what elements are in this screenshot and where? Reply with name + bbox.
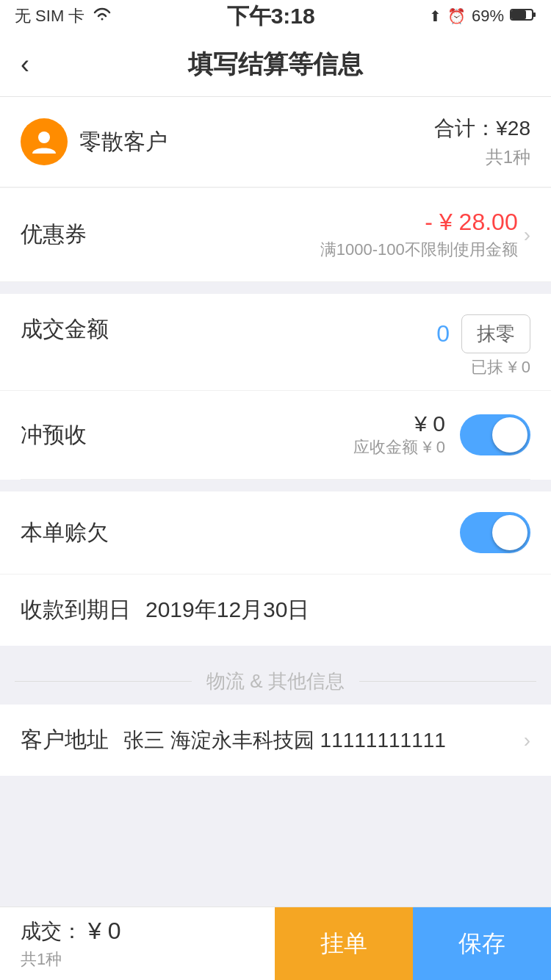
- bottom-transaction-label: 成交：: [21, 918, 82, 945]
- transaction-row: 成交金额 0 抹零 已抹 ¥ 0: [0, 294, 551, 391]
- prepay-section: 冲预收 ¥ 0 应收金额 ¥ 0: [0, 391, 551, 480]
- prepay-toggle-knob: [492, 417, 527, 453]
- coupon-label: 优惠券: [21, 220, 87, 250]
- bottom-transaction: 成交： ¥ 0: [21, 918, 254, 945]
- status-bar-left: 无 SIM 卡: [15, 5, 112, 27]
- prepay-sub: 应收金额 ¥ 0: [353, 436, 445, 458]
- credit-label: 本单赊欠: [21, 518, 109, 548]
- duedate-row: 收款到期日 2019年12月30日: [21, 595, 530, 625]
- prepay-right: ¥ 0 应收金额 ¥ 0: [353, 411, 530, 458]
- logistics-label: 物流 & 其他信息: [206, 669, 345, 694]
- coupon-section[interactable]: 优惠券 - ¥ 28.00 满1000-100不限制使用金额 ›: [0, 187, 551, 282]
- coupon-desc: 满1000-100不限制使用金额: [320, 239, 518, 261]
- logistics-line-right: [359, 681, 536, 682]
- coupon-right: - ¥ 28.00 满1000-100不限制使用金额: [320, 209, 518, 261]
- customer-section: 零散客户 合计：¥28 共1种: [0, 97, 551, 187]
- customer-name: 零散客户: [79, 127, 168, 157]
- address-label: 客户地址: [21, 725, 109, 755]
- address-chevron-icon: ›: [524, 729, 530, 752]
- alarm-icon: ⏰: [447, 7, 466, 25]
- address-section[interactable]: 客户地址 张三 海淀永丰科技园 11111111111 ›: [0, 705, 551, 776]
- transaction-label: 成交金额: [21, 314, 109, 345]
- address-value: 张三 海淀永丰科技园 11111111111: [123, 727, 524, 754]
- status-bar: 无 SIM 卡 下午3:18 ⬆ ⏰ 69%: [0, 0, 551, 32]
- bottom-transaction-amount: ¥ 0: [88, 918, 120, 945]
- svg-rect-2: [511, 10, 526, 19]
- prepay-toggle[interactable]: [460, 414, 530, 455]
- save-button[interactable]: 保存: [413, 907, 551, 981]
- logistics-line-left: [15, 681, 192, 682]
- bottom-bar: 成交： ¥ 0 共1种 挂单 保存: [0, 907, 551, 980]
- prepay-amount: ¥ 0: [353, 411, 445, 436]
- transaction-right: 0 抹零 已抹 ¥ 0: [406, 314, 530, 378]
- status-bar-right: ⬆ ⏰ 69%: [429, 6, 536, 26]
- battery-icon: [510, 6, 536, 26]
- round-zero-button[interactable]: 抹零: [461, 314, 530, 353]
- coupon-discount: - ¥ 28.00: [320, 209, 518, 236]
- duedate-label: 收款到期日: [21, 595, 131, 625]
- bottom-count: 共1种: [21, 948, 254, 970]
- prepay-amount-stack: ¥ 0 应收金额 ¥ 0: [353, 411, 445, 458]
- transaction-sub: 已抹 ¥ 0: [471, 356, 530, 378]
- transaction-section: 成交金额 0 抹零 已抹 ¥ 0: [0, 294, 551, 391]
- svg-point-3: [38, 131, 50, 143]
- prepay-label: 冲预收: [21, 420, 87, 450]
- section-divider-1: [0, 282, 551, 294]
- status-bar-time: 下午3:18: [227, 1, 315, 32]
- credit-section: 本单赊欠: [0, 491, 551, 574]
- page-title: 填写结算等信息: [188, 48, 363, 82]
- customer-total-section: 合计：¥28 共1种: [434, 115, 530, 169]
- prepay-row: 冲预收 ¥ 0 应收金额 ¥ 0: [21, 391, 530, 480]
- customer-info: 零散客户: [21, 118, 168, 165]
- hang-button[interactable]: 挂单: [275, 907, 413, 981]
- customer-total: 合计：¥28: [434, 115, 530, 143]
- back-button[interactable]: ‹: [21, 49, 29, 80]
- logistics-divider: 物流 & 其他信息: [0, 657, 551, 705]
- nav-bar: ‹ 填写结算等信息: [0, 32, 551, 97]
- battery-text: 69%: [472, 7, 504, 26]
- svg-rect-1: [533, 12, 536, 17]
- section-divider-2: [0, 480, 551, 491]
- coupon-chevron-icon: ›: [524, 223, 530, 247]
- content: 零散客户 合计：¥28 共1种 优惠券 - ¥ 28.00 满1000-100不…: [0, 97, 551, 864]
- bottom-left: 成交： ¥ 0 共1种: [0, 918, 275, 970]
- credit-toggle-knob: [492, 515, 527, 550]
- credit-toggle[interactable]: [460, 512, 530, 553]
- location-icon: ⬆: [429, 7, 442, 25]
- wifi-icon: [92, 6, 112, 26]
- no-sim-text: 无 SIM 卡: [15, 5, 84, 27]
- customer-count: 共1种: [434, 145, 530, 169]
- customer-avatar: [21, 118, 68, 165]
- transaction-value[interactable]: 0: [406, 320, 450, 347]
- duedate-value[interactable]: 2019年12月30日: [145, 595, 309, 625]
- duedate-section: 收款到期日 2019年12月30日: [0, 574, 551, 646]
